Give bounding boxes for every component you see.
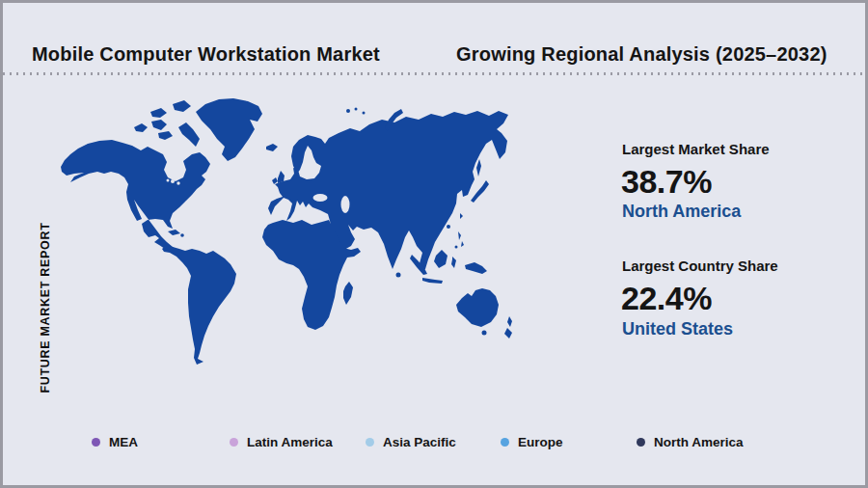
legend-item-asia-pacific: Asia Pacific <box>366 435 456 449</box>
legend-item-latin-america: Latin America <box>230 435 333 449</box>
legend-dot-icon <box>230 438 238 447</box>
largest-country-share-label: Largest Country Share <box>622 258 778 274</box>
legend-label: MEA <box>109 435 138 449</box>
dotted-separator <box>3 72 865 75</box>
brand-vertical-label: FUTURE MARKET REPORT <box>39 222 52 393</box>
page-title: Mobile Computer Workstation Market <box>32 43 380 66</box>
legend-item-north-america: North America <box>637 435 744 449</box>
legend-label: Latin America <box>247 435 333 449</box>
world-map <box>59 85 560 374</box>
legend-item-europe: Europe <box>501 435 563 449</box>
legend-label: North America <box>654 435 744 449</box>
world-map-land <box>61 98 512 365</box>
largest-country-share-region: United States <box>622 319 733 339</box>
legend-dot-icon <box>501 438 509 447</box>
largest-market-share-label: Largest Market Share <box>622 141 770 157</box>
legend-item-mea: MEA <box>92 435 138 449</box>
infographic-canvas: Mobile Computer Workstation Market Growi… <box>0 0 868 488</box>
largest-market-share-value: 38.7% <box>621 163 712 201</box>
largest-market-share-region: North America <box>622 202 741 222</box>
legend-dot-icon <box>637 438 645 447</box>
largest-country-share-value: 22.4% <box>621 280 712 317</box>
page-subtitle: Growing Regional Analysis (2025–2032) <box>456 43 827 66</box>
legend-label: Asia Pacific <box>383 435 456 449</box>
legend-label: Europe <box>518 435 563 449</box>
legend-dot-icon <box>92 438 100 447</box>
legend-dot-icon <box>366 438 374 447</box>
